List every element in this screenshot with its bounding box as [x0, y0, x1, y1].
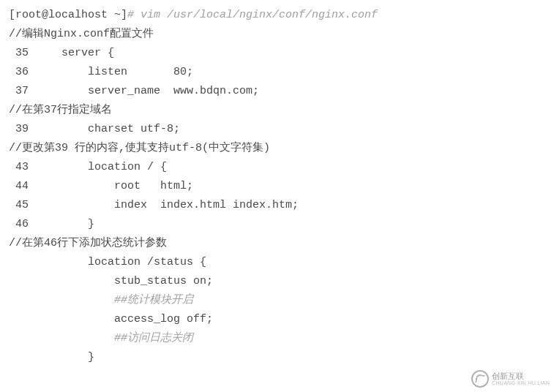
line-39: 39 charset utf-8; — [9, 120, 545, 139]
shell-prompt: [root@localhost ~] — [9, 9, 127, 21]
closing-brace: } — [9, 348, 545, 367]
vim-command: # vim /usr/local/nginx/conf/nginx.conf — [127, 9, 378, 21]
access-log: access_log off; — [9, 310, 545, 329]
comment-line39: //更改第39 行的内容,使其支持utf-8(中文字符集) — [9, 139, 545, 158]
watermark-cn: 创新互联 — [492, 372, 550, 380]
comment-stub-status: ##统计模块开启 — [9, 291, 545, 310]
watermark-en: CHUANG XIN HU LIAN — [492, 380, 550, 385]
watermark-logo-icon — [471, 370, 489, 388]
location-status: location /status { — [9, 253, 545, 272]
comment-access-log: ##访问日志关闭 — [9, 329, 545, 348]
stub-status: stub_status on; — [9, 272, 545, 291]
line-37: 37 server_name www.bdqn.com; — [9, 82, 545, 101]
line-44: 44 root html; — [9, 177, 545, 196]
watermark-text: 创新互联 CHUANG XIN HU LIAN — [492, 372, 550, 385]
line-46: 46 } — [9, 215, 545, 234]
comment-edit-file: //编辑Nginx.conf配置文件 — [9, 25, 545, 44]
prompt-line: [root@localhost ~]# vim /usr/local/nginx… — [9, 6, 545, 25]
comment-line37: //在第37行指定域名 — [9, 101, 545, 120]
line-43: 43 location / { — [9, 158, 545, 177]
comment-line46: //在第46行下添加状态统计参数 — [9, 234, 545, 253]
line-45: 45 index index.html index.htm; — [9, 196, 545, 215]
line-35: 35 server { — [9, 44, 545, 63]
line-36: 36 listen 80; — [9, 63, 545, 82]
watermark: 创新互联 CHUANG XIN HU LIAN — [471, 370, 550, 388]
